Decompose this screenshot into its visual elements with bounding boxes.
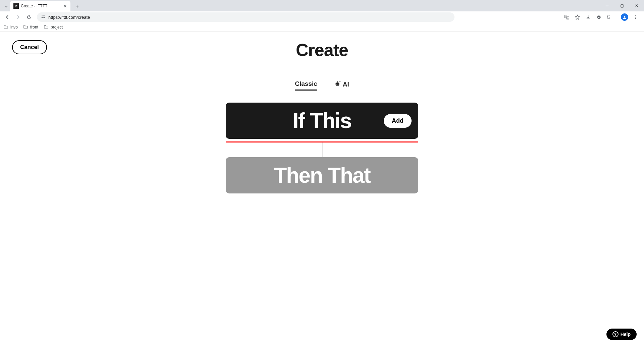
svg-point-9 <box>598 16 599 18</box>
tab-title: Create - IFTTT <box>21 4 61 8</box>
tab-ai-label: AI <box>343 81 349 88</box>
folder-icon <box>44 24 49 30</box>
bookmark-invo[interactable]: invo <box>3 24 18 30</box>
cancel-button[interactable]: Cancel <box>12 40 47 54</box>
bookmark-star-icon[interactable] <box>573 12 582 22</box>
help-icon: ? <box>612 331 619 337</box>
mode-tabs: Classic ✦ AI <box>0 80 644 91</box>
svg-point-10 <box>624 16 626 17</box>
svg-point-13 <box>635 18 636 19</box>
svg-text:A: A <box>567 17 569 19</box>
extension-settings-icon[interactable] <box>594 12 603 22</box>
svg-rect-14 <box>335 82 339 85</box>
browser-toolbar: https://ifttt.com/create 文A <box>0 11 644 23</box>
bookmark-project[interactable]: project <box>44 24 63 30</box>
connector-line <box>322 142 323 157</box>
menu-icon[interactable] <box>631 12 640 22</box>
profile-avatar[interactable] <box>620 12 629 22</box>
flow-container: If This Add Then That <box>0 103 644 193</box>
maximize-icon[interactable]: ▢ <box>614 0 629 11</box>
close-window-icon[interactable]: ✕ <box>629 0 644 11</box>
address-bar[interactable]: https://ifttt.com/create <box>37 12 454 22</box>
svg-point-16 <box>337 83 338 84</box>
if-this-label: If This <box>293 108 351 133</box>
tab-bar: IF Create - IFTTT ✕ ＋ ─ ▢ ✕ <box>0 0 644 11</box>
reload-button[interactable] <box>24 12 34 22</box>
page-title: Create <box>0 32 644 60</box>
svg-rect-17 <box>337 81 338 82</box>
divider <box>617 14 617 20</box>
svg-point-12 <box>635 17 636 18</box>
bookmark-label: project <box>51 25 63 30</box>
then-that-label: Then That <box>274 163 370 188</box>
tab-search-icon[interactable] <box>2 2 10 11</box>
toolbar-right: 文A <box>562 12 641 22</box>
back-button[interactable] <box>3 12 12 22</box>
browser-chrome: IF Create - IFTTT ✕ ＋ ─ ▢ ✕ https://iftt… <box>0 0 644 32</box>
forward-button[interactable] <box>13 12 23 22</box>
svg-rect-1 <box>43 15 45 16</box>
svg-text:✦: ✦ <box>339 81 341 83</box>
help-widget[interactable]: ? Help <box>606 329 637 340</box>
bookmark-label: invo <box>10 25 18 30</box>
bookmark-front[interactable]: front <box>23 24 38 30</box>
folder-icon <box>23 24 28 30</box>
favicon-icon: IF <box>13 3 19 9</box>
url-text: https://ifttt.com/create <box>48 15 90 20</box>
extensions-icon[interactable] <box>605 12 614 22</box>
help-label: Help <box>621 332 631 337</box>
page-content: Cancel Create Classic ✦ AI If This Add T… <box>0 32 644 346</box>
add-trigger-button[interactable]: Add <box>384 114 412 128</box>
avatar-icon <box>621 13 628 21</box>
svg-rect-3 <box>42 17 44 18</box>
window-controls: ─ ▢ ✕ <box>600 0 644 11</box>
folder-icon <box>3 24 8 30</box>
svg-point-2 <box>44 17 45 18</box>
bookmarks-bar: invo front project <box>0 23 644 32</box>
site-settings-icon[interactable] <box>41 14 46 20</box>
minimize-icon[interactable]: ─ <box>600 0 614 11</box>
close-tab-icon[interactable]: ✕ <box>63 4 67 9</box>
svg-point-11 <box>635 15 636 16</box>
svg-point-15 <box>336 83 337 84</box>
svg-text:文: 文 <box>565 15 567 17</box>
tab-classic-label: Classic <box>295 80 317 88</box>
ai-robot-icon: ✦ <box>334 81 341 88</box>
tab-ai[interactable]: ✦ AI <box>334 81 349 90</box>
translate-icon[interactable]: 文A <box>562 12 571 22</box>
then-that-block: Then That <box>226 157 418 193</box>
if-this-block[interactable]: If This Add <box>226 103 418 139</box>
download-icon[interactable] <box>583 12 593 22</box>
new-tab-button[interactable]: ＋ <box>72 2 82 11</box>
svg-point-0 <box>42 15 43 16</box>
bookmark-label: front <box>30 25 38 30</box>
browser-tab[interactable]: IF Create - IFTTT ✕ <box>10 1 70 11</box>
tab-classic[interactable]: Classic <box>295 80 317 91</box>
